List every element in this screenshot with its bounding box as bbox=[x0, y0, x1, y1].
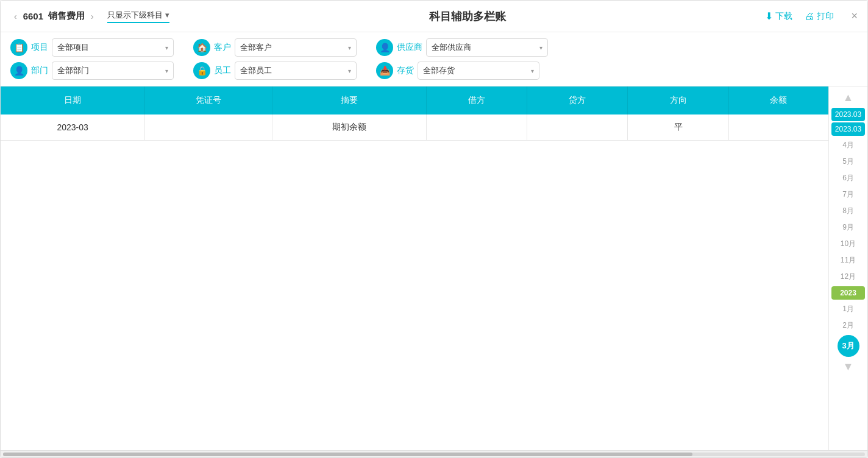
employee-arrow-icon: ▾ bbox=[348, 68, 351, 74]
account-name: 销售费用 bbox=[48, 10, 85, 22]
col-debit: 借方 bbox=[426, 86, 527, 114]
page-title: 科目辅助多栏账 bbox=[169, 9, 766, 24]
side-items-container: 2023.032023.034月5月6月7月8月9月10月11月12月20231… bbox=[829, 107, 867, 358]
filter-project: 📋 项目 全部项目 ▾ bbox=[10, 38, 174, 57]
download-icon: ⬇ bbox=[765, 10, 773, 22]
employee-label: 员工 bbox=[214, 65, 231, 76]
cell-direction: 平 bbox=[628, 114, 728, 141]
cell-balance bbox=[728, 114, 828, 141]
side-down-arrow[interactable]: ▼ bbox=[829, 358, 867, 376]
filter-inventory: 📥 存货 全部存货 ▾ bbox=[376, 62, 539, 80]
filter-supplier: 👤 供应商 全部供应商 ▾ bbox=[376, 38, 548, 57]
department-label: 部门 bbox=[31, 65, 48, 76]
side-item-10[interactable]: 12月 bbox=[829, 269, 867, 285]
col-credit: 贷方 bbox=[527, 86, 628, 114]
col-voucher: 凭证号 bbox=[145, 86, 272, 114]
show-sub-accounts-label: 只显示下级科目 bbox=[107, 10, 163, 21]
cell-voucher bbox=[145, 114, 272, 141]
filter-row-2: 👤 部门 全部部门 ▾ 🔒 员工 全部员工 ▾ 📥 存货 bbox=[10, 62, 858, 80]
filter-row-1: 📋 项目 全部项目 ▾ 🏠 客户 全部客户 ▾ 👤 供应商 bbox=[10, 38, 858, 57]
side-panel[interactable]: ▲ 2023.032023.034月5月6月7月8月9月10月11月12月202… bbox=[828, 86, 867, 450]
horizontal-scrollbar[interactable] bbox=[1, 450, 867, 457]
download-button[interactable]: ⬇ 下载 bbox=[765, 10, 792, 22]
supplier-value: 全部供应商 bbox=[432, 42, 471, 53]
chevron-down-icon: ▾ bbox=[165, 10, 169, 19]
filter-customer: 🏠 客户 全部客户 ▾ bbox=[193, 38, 357, 57]
employee-value: 全部员工 bbox=[240, 65, 272, 76]
print-label: 打印 bbox=[817, 11, 834, 22]
side-item-3[interactable]: 5月 bbox=[829, 153, 867, 170]
filter-employee: 🔒 员工 全部员工 ▾ bbox=[193, 62, 357, 80]
customer-arrow-icon: ▾ bbox=[348, 44, 351, 51]
col-balance: 余额 bbox=[728, 86, 828, 114]
data-table: 日期 凭证号 摘要 借方 贷方 方向 余额 2023-03期初余额平 bbox=[1, 86, 828, 141]
print-button[interactable]: 🖨 打印 bbox=[805, 11, 834, 22]
supplier-select[interactable]: 全部供应商 ▾ bbox=[426, 38, 548, 57]
col-summary: 摘要 bbox=[272, 86, 427, 114]
side-up-arrow[interactable]: ▲ bbox=[829, 89, 867, 107]
customer-value: 全部客户 bbox=[240, 42, 272, 53]
scroll-thumb[interactable] bbox=[3, 453, 692, 456]
employee-select[interactable]: 全部员工 ▾ bbox=[235, 62, 357, 80]
title-bar: ‹ 6601 销售费用 › 只显示下级科目 ▾ 科目辅助多栏账 ⬇ 下载 🖨 打… bbox=[1, 1, 867, 32]
side-item-12[interactable]: 1月 bbox=[829, 301, 867, 317]
supplier-label: 供应商 bbox=[397, 42, 422, 53]
inventory-label: 存货 bbox=[397, 65, 414, 76]
side-item-6[interactable]: 8月 bbox=[829, 203, 867, 219]
customer-icon: 🏠 bbox=[193, 39, 210, 56]
side-item-5[interactable]: 7月 bbox=[829, 186, 867, 203]
inventory-value: 全部存货 bbox=[423, 65, 455, 76]
side-item-8[interactable]: 10月 bbox=[829, 236, 867, 252]
col-date: 日期 bbox=[1, 86, 145, 114]
inventory-icon: 📥 bbox=[376, 62, 393, 79]
cell-summary: 期初余额 bbox=[272, 114, 427, 141]
side-item-1[interactable]: 2023.03 bbox=[831, 122, 865, 136]
side-item-2[interactable]: 4月 bbox=[829, 137, 867, 153]
inventory-arrow-icon: ▾ bbox=[531, 68, 534, 74]
filter-department: 👤 部门 全部部门 ▾ bbox=[10, 62, 174, 80]
department-arrow-icon: ▾ bbox=[165, 68, 168, 74]
department-icon: 👤 bbox=[10, 62, 27, 79]
project-value: 全部项目 bbox=[57, 42, 89, 53]
print-icon: 🖨 bbox=[805, 11, 814, 22]
col-direction: 方向 bbox=[628, 86, 728, 114]
nav-prev-button[interactable]: ‹ bbox=[10, 10, 21, 23]
table-area[interactable]: 日期 凭证号 摘要 借方 贷方 方向 余额 2023-03期初余额平 bbox=[1, 86, 828, 450]
toolbar-right: ⬇ 下载 🖨 打印 × bbox=[765, 10, 858, 23]
side-item-9[interactable]: 11月 bbox=[829, 252, 867, 269]
nav-next-button[interactable]: › bbox=[87, 10, 98, 23]
cell-date: 2023-03 bbox=[1, 114, 145, 141]
customer-select[interactable]: 全部客户 ▾ bbox=[235, 38, 357, 57]
side-item-7[interactable]: 9月 bbox=[829, 219, 867, 236]
filter-area: 📋 项目 全部项目 ▾ 🏠 客户 全部客户 ▾ 👤 供应商 bbox=[1, 32, 867, 86]
main-window: ‹ 6601 销售费用 › 只显示下级科目 ▾ 科目辅助多栏账 ⬇ 下载 🖨 打… bbox=[0, 0, 868, 458]
scroll-track bbox=[3, 453, 865, 456]
project-arrow-icon: ▾ bbox=[165, 44, 168, 51]
inventory-select[interactable]: 全部存货 ▾ bbox=[418, 62, 539, 80]
supplier-icon: 👤 bbox=[376, 39, 393, 56]
close-button[interactable]: × bbox=[851, 10, 858, 23]
side-item-13[interactable]: 2月 bbox=[829, 317, 867, 334]
employee-icon: 🔒 bbox=[193, 62, 210, 79]
download-label: 下载 bbox=[775, 11, 792, 22]
main-area: 日期 凭证号 摘要 借方 贷方 方向 余额 2023-03期初余额平 ▲ bbox=[1, 86, 867, 450]
table-row[interactable]: 2023-03期初余额平 bbox=[1, 114, 828, 141]
project-label: 项目 bbox=[31, 42, 48, 53]
cell-credit bbox=[527, 114, 628, 141]
side-item-4[interactable]: 6月 bbox=[829, 170, 867, 186]
account-code: 6601 bbox=[23, 11, 43, 21]
department-value: 全部部门 bbox=[57, 65, 89, 76]
customer-label: 客户 bbox=[214, 42, 231, 53]
project-icon: 📋 bbox=[10, 39, 27, 56]
side-item-11[interactable]: 2023 bbox=[831, 286, 865, 300]
cell-debit bbox=[426, 114, 527, 141]
department-select[interactable]: 全部部门 ▾ bbox=[52, 62, 174, 80]
table-body: 2023-03期初余额平 bbox=[1, 114, 828, 141]
supplier-arrow-icon: ▾ bbox=[539, 44, 542, 51]
side-item-14[interactable]: 3月 bbox=[838, 335, 859, 357]
project-select[interactable]: 全部项目 ▾ bbox=[52, 38, 174, 57]
table-header: 日期 凭证号 摘要 借方 贷方 方向 余额 bbox=[1, 86, 828, 114]
show-sub-accounts-button[interactable]: 只显示下级科目 ▾ bbox=[107, 10, 169, 23]
side-item-0[interactable]: 2023.03 bbox=[831, 108, 865, 121]
